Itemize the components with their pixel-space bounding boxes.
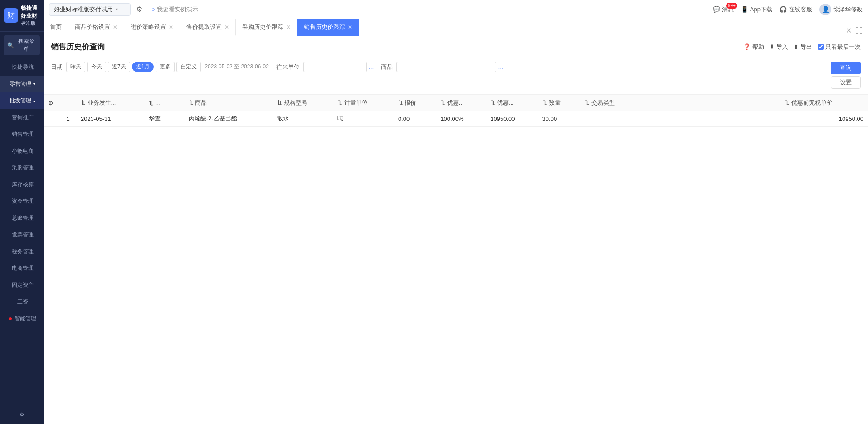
sidebar-item-wholesale[interactable]: 批发管理 ▴ <box>0 92 44 109</box>
sidebar-item-invoice[interactable]: 发票管理 <box>0 226 44 243</box>
cell-unit: 吨 <box>333 111 393 127</box>
tab-product-price-close[interactable]: ✕ <box>113 24 117 30</box>
sidebar-item-payroll[interactable]: 工资 <box>0 294 44 310</box>
sidebar-item-smart[interactable]: 智能管理 <box>0 310 44 327</box>
tab-home-label: 首页 <box>50 23 62 31</box>
source-input[interactable] <box>303 62 367 72</box>
tab-price-strategy-close[interactable]: ✕ <box>169 24 173 30</box>
online-service-button[interactable]: 🎧 在线客服 <box>780 5 812 14</box>
query-button[interactable]: 查询 <box>831 62 861 74</box>
col-header-price[interactable]: ⇅ 报价 <box>394 95 436 111</box>
only-last-checkbox-wrap[interactable]: 只看最后一次 <box>818 43 861 51</box>
help-button[interactable]: ❓ 帮助 <box>743 43 764 51</box>
col-header-spec[interactable]: ⇅ 规格型号 <box>273 95 333 111</box>
tab-sale-extract-close[interactable]: ✕ <box>224 24 229 30</box>
window-maximize-button[interactable]: ⛶ <box>853 26 864 36</box>
import-icon: ⬇ <box>770 43 775 50</box>
import-button[interactable]: ⬇ 导入 <box>770 43 788 51</box>
cell-spacer <box>640 111 780 127</box>
sidebar-bottom: ⚙ <box>0 405 44 424</box>
chevron-down-icon: ▾ <box>33 82 35 87</box>
sort-icon-pretax-price: ⇅ <box>785 99 790 106</box>
settings-button[interactable]: 设置 <box>831 76 861 89</box>
search-menu-button[interactable]: 🔍 搜索菜单 <box>4 35 40 55</box>
demo-icon: ○ <box>151 6 155 13</box>
only-last-checkbox[interactable] <box>818 44 824 50</box>
sort-icon-trade-type: ⇅ <box>585 99 590 106</box>
headset-icon: 🎧 <box>780 6 787 13</box>
tab-sale-extract[interactable]: 售价提取设置 ✕ <box>180 19 236 36</box>
date-btn-today[interactable]: 今天 <box>87 62 106 72</box>
tab-purchase-history[interactable]: 采购历史价跟踪 ✕ <box>236 19 297 36</box>
col-header-col3[interactable]: ⇅ ... <box>144 95 184 111</box>
topbar-settings-button[interactable]: ⚙ <box>134 3 144 15</box>
sort-icon-discount2: ⇅ <box>490 99 495 106</box>
app-logo-icon: 财 <box>4 8 18 23</box>
col-header-gear[interactable]: ⚙ <box>44 95 60 111</box>
tab-purchase-history-close[interactable]: ✕ <box>286 24 291 30</box>
page-title: 销售历史价查询 <box>51 42 105 52</box>
product-ellipsis-btn[interactable]: ... <box>498 63 503 71</box>
col-header-pretax-price[interactable]: ⇅ 优惠前无税单价 <box>780 95 868 111</box>
sidebar-item-tax[interactable]: 税务管理 <box>0 243 44 260</box>
date-btn-yesterday[interactable]: 昨天 <box>66 62 85 72</box>
table-body: 1 2023-05-31 华查... 丙烯酸-2-乙基己酯 散水 吨 0.00 … <box>44 111 868 127</box>
tab-product-price[interactable]: 商品价格设置 ✕ <box>68 19 124 36</box>
sidebar-item-marketing[interactable]: 营销推广 <box>0 109 44 126</box>
sidebar-item-finance[interactable]: 资金管理 <box>0 193 44 210</box>
main-area: 好业财标准版交付试用 ▾ ⚙ ○ 我要看实例演示 💬 消息 99+ 📱 App下… <box>44 0 868 424</box>
sidebar-item-purchase[interactable]: 采购管理 <box>0 159 44 176</box>
source-filter-label: 往来单位 <box>276 63 300 71</box>
tab-price-strategy[interactable]: 进价策略设置 ✕ <box>124 19 180 36</box>
source-ellipsis-btn[interactable]: ... <box>369 63 374 71</box>
module-selector[interactable]: 好业财标准版交付试用 ▾ <box>49 3 131 16</box>
col-header-unit[interactable]: ⇅ 计量单位 <box>333 95 393 111</box>
export-label: 导出 <box>800 43 812 51</box>
export-button[interactable]: ⬆ 导出 <box>794 43 812 51</box>
col-header-discount1[interactable]: ⇅ 优惠... <box>436 95 486 111</box>
help-icon: ❓ <box>743 43 751 50</box>
sidebar-item-ecommerce[interactable]: 电商管理 <box>0 260 44 277</box>
product-input-wrap: ... <box>396 62 503 72</box>
help-label: 帮助 <box>752 43 764 51</box>
message-button[interactable]: 💬 消息 99+ <box>713 5 734 14</box>
tab-sales-history-close[interactable]: ✕ <box>348 24 352 30</box>
sidebar-item-ecommerce-small[interactable]: 小畅电商 <box>0 143 44 159</box>
user-menu[interactable]: 👤 徐泽华修改 <box>819 4 863 15</box>
app-download-button[interactable]: 📱 App下载 <box>741 5 772 14</box>
sidebar-item-sales[interactable]: 销售管理 <box>0 126 44 143</box>
sidebar-item-retail[interactable]: 零售管理 ▾ <box>0 76 44 92</box>
chevron-down-icon: ▾ <box>116 7 118 12</box>
date-buttons: 昨天 今天 近7天 近1月 更多 自定义 <box>66 62 201 72</box>
product-input[interactable] <box>396 62 496 72</box>
date-btn-last7[interactable]: 近7天 <box>108 62 130 72</box>
col-header-biz-date[interactable]: ⇅ 业务发生... <box>76 95 144 111</box>
demo-link[interactable]: ○ 我要看实例演示 <box>151 5 198 14</box>
gear-icon: ⚙ <box>48 100 54 106</box>
date-btn-more[interactable]: 更多 <box>156 62 175 72</box>
tab-home[interactable]: 首页 <box>44 19 68 36</box>
sort-icon-discount1: ⇅ <box>440 99 445 106</box>
date-btn-last1month[interactable]: 近1月 <box>132 62 154 72</box>
sidebar-settings-button[interactable]: ⚙ <box>4 409 40 420</box>
message-badge: 99+ <box>726 3 737 9</box>
indicator-dot <box>9 317 12 320</box>
window-close-button[interactable]: ✕ <box>844 25 853 36</box>
cell-biz-date: 2023-05-31 <box>76 111 144 127</box>
col-header-discount2[interactable]: ⇅ 优惠... <box>486 95 537 111</box>
tab-sales-history[interactable]: 销售历史价跟踪 ✕ <box>297 19 359 36</box>
sidebar-item-inventory[interactable]: 库存核算 <box>0 176 44 193</box>
avatar: 👤 <box>819 4 831 15</box>
sort-icon-quantity: ⇅ <box>542 99 547 106</box>
download-icon: 📱 <box>741 6 748 13</box>
sidebar-item-assets[interactable]: 固定资产 <box>0 277 44 294</box>
col-header-trade-type[interactable]: ⇅ 交易类型 <box>580 95 640 111</box>
app-download-label: App下载 <box>750 5 772 14</box>
col-header-product[interactable]: ⇅ 商品 <box>184 95 273 111</box>
online-service-label: 在线客服 <box>789 5 812 14</box>
sidebar-item-quick-nav[interactable]: 快捷导航 <box>0 59 44 76</box>
date-btn-custom[interactable]: 自定义 <box>176 62 201 72</box>
sidebar-item-ledger[interactable]: 总账管理 <box>0 210 44 226</box>
cell-discount2: 10950.00 <box>486 111 537 127</box>
col-header-quantity[interactable]: ⇅ 数量 <box>538 95 580 111</box>
